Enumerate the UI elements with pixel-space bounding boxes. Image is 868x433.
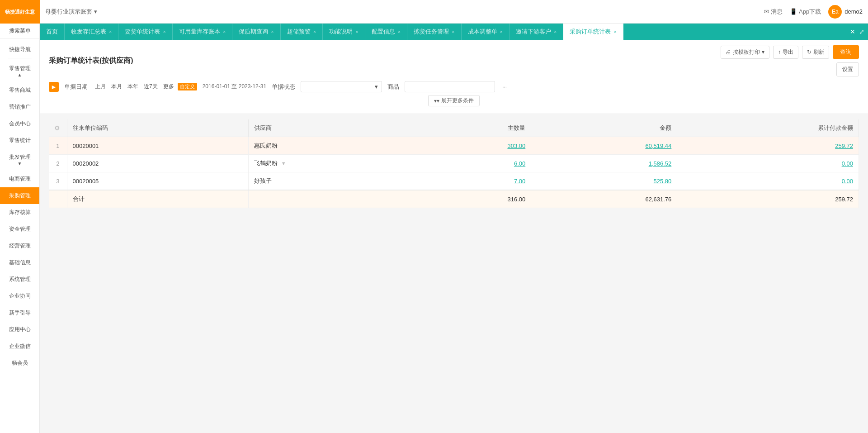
refresh-label: 刷新 (813, 48, 824, 56)
print-button[interactable]: 🖨 按模板打印 ▾ (721, 46, 769, 59)
sidebar-item-label: 新手引导 (9, 309, 31, 317)
expand-more-button[interactable]: ▾▾ 展开更多条件 (428, 95, 480, 106)
refresh-button[interactable]: ↻ 刷新 (802, 46, 829, 59)
tab-close-icon[interactable]: × (452, 29, 454, 34)
sidebar-item-marketing[interactable]: 营销推广 (0, 99, 39, 115)
sidebar-item-label: 零售商城 (9, 86, 31, 94)
tab-receive-summary[interactable]: 收发存汇总表 × (65, 24, 118, 40)
sidebar-item-operation[interactable]: 经营管理 (0, 238, 39, 254)
sidebar-item-label: 应用中心 (9, 326, 31, 333)
account-selector[interactable]: 母婴行业演示账套 ▾ (45, 8, 97, 16)
tab-close-icon[interactable]: × (613, 29, 616, 34)
tab-overstock-warning[interactable]: 超储预警 × (281, 24, 323, 40)
tab-close-icon[interactable]: × (271, 29, 274, 34)
tab-pick-task[interactable]: 拣货任务管理 × (407, 24, 461, 40)
date-custom-tag[interactable]: 自定义 (178, 83, 197, 90)
tab-feature-desc[interactable]: 功能说明 × (323, 24, 365, 40)
row-qty: 6.00 (417, 155, 531, 172)
date-shortcut-more[interactable]: 更多 (161, 82, 176, 91)
date-shortcut-7days[interactable]: 近7天 (142, 82, 160, 91)
sidebar-item-finance[interactable]: 资金管理 (0, 221, 39, 238)
tab-cost-adjust[interactable]: 成本调整单 × (462, 24, 509, 40)
chevron-down-icon: ▲ (18, 72, 22, 77)
goods-filter-label: 商品 (387, 83, 399, 91)
date-filter-label: 单据日期 (64, 83, 88, 91)
sidebar-item-enterprise[interactable]: 企业协同 (0, 288, 39, 305)
tab-close-icon[interactable]: × (313, 29, 316, 34)
close-tab-icon[interactable]: ✕ (850, 28, 855, 35)
more-filter-icon[interactable]: ··· (502, 84, 507, 90)
tab-invite-downstream[interactable]: 邀请下游客户 × (509, 24, 563, 40)
col-supplier: 供应商 (249, 119, 417, 137)
print-label: 按模板打印 (733, 48, 760, 56)
row-expand-icon[interactable]: ▼ (281, 161, 286, 166)
qty-link[interactable]: 303.00 (507, 143, 525, 149)
query-button[interactable]: 查询 (833, 45, 859, 59)
settings-button[interactable]: 设置 (836, 62, 859, 76)
tab-close-icon[interactable]: × (163, 29, 165, 34)
tab-close-icon[interactable]: × (355, 29, 358, 34)
sidebar-item-member-vip[interactable]: 畅会员 (0, 355, 39, 371)
tab-quality-query[interactable]: 保质期查询 × (232, 24, 280, 40)
table-container: ⚙ 往来单位编码 供应商 主数量 金额 累计付款金额 1 00020001 惠氏… (40, 114, 868, 433)
sidebar-item-ecommerce[interactable]: 电商管理 (0, 171, 39, 187)
sidebar-item-basic-info[interactable]: 基础信息 (0, 254, 39, 271)
divider-1 (8, 41, 31, 41)
amount-link[interactable]: 60,519.44 (645, 143, 671, 149)
qty-link[interactable]: 6.00 (514, 160, 525, 167)
goods-filter-input[interactable] (405, 81, 495, 92)
user-menu[interactable]: Ea demo2 (828, 5, 863, 19)
sidebar-item-wholesale[interactable]: 批发管理 ▼ (0, 149, 39, 171)
amount-link[interactable]: 525.80 (654, 178, 672, 185)
status-filter-select[interactable]: ▾ (301, 81, 382, 92)
maximize-tab-icon[interactable]: ⤢ (859, 28, 864, 35)
avatar: Ea (828, 5, 842, 19)
tab-inventory-ledger[interactable]: 可用量库存账本 × (173, 24, 232, 40)
sidebar-item-retail-shop[interactable]: 零售商城 (0, 82, 39, 99)
paid-link[interactable]: 0.00 (842, 178, 853, 185)
sidebar-item-label: 库存核算 (9, 209, 31, 216)
date-shortcut-last-month[interactable]: 上月 (93, 82, 108, 91)
sidebar-item-member[interactable]: 会员中心 (0, 115, 39, 132)
sidebar-item-wechat-work[interactable]: 企业微信 (0, 338, 39, 355)
page-header: 采购订单统计表(按供应商) 🖨 按模板打印 ▾ ↑ 导出 (40, 40, 868, 114)
tab-close-icon[interactable]: × (398, 29, 401, 34)
sidebar-item-stock[interactable]: 库存核算 (0, 204, 39, 221)
page-title-row: 采购订单统计表(按供应商) 🖨 按模板打印 ▾ ↑ 导出 (49, 45, 859, 76)
sidebar-item-label: 系统管理 (9, 276, 31, 283)
paid-link[interactable]: 259.72 (835, 143, 853, 149)
tab-close-icon[interactable]: × (223, 29, 226, 34)
tab-config[interactable]: 配置信息 × (365, 24, 407, 40)
tab-close-icon[interactable]: × (500, 29, 503, 34)
footer-paid: 259.72 (677, 190, 859, 208)
sidebar-item-purchase[interactable]: 采购管理 (0, 187, 39, 204)
sidebar-item-retail-mgmt[interactable]: 零售管理 ▲ (0, 60, 39, 82)
sidebar-item-label: 零售统计 (9, 137, 31, 144)
amount-link[interactable]: 1,586.52 (649, 160, 672, 167)
row-amount: 525.80 (531, 172, 677, 190)
column-settings-icon[interactable]: ⚙ (54, 124, 60, 132)
tab-home[interactable]: 首页 (40, 24, 65, 40)
sidebar-item-newbie[interactable]: 新手引导 (0, 305, 39, 321)
filter-expand-button[interactable]: ► (49, 82, 59, 92)
tab-label: 要货单统计表 (125, 28, 160, 36)
paid-link[interactable]: 0.00 (842, 160, 853, 167)
row-supplier: 飞鹤奶粉 ▼ (249, 155, 417, 172)
sidebar-item-app-center[interactable]: 应用中心 (0, 321, 39, 338)
message-button[interactable]: ✉ 消息 (764, 8, 783, 16)
tab-order-summary[interactable]: 要货单统计表 × (118, 24, 172, 40)
tab-close-icon[interactable]: × (109, 29, 112, 34)
date-shortcut-this-year[interactable]: 本年 (126, 82, 140, 91)
data-table: ⚙ 往来单位编码 供应商 主数量 金额 累计付款金额 1 00020001 惠氏… (49, 119, 859, 208)
export-button[interactable]: ↑ 导出 (773, 46, 798, 59)
sidebar-item-retail-stats[interactable]: 零售统计 (0, 132, 39, 149)
tab-purchase-order-stats[interactable]: 采购订单统计表 × (563, 24, 623, 40)
tab-close-icon[interactable]: × (554, 29, 557, 34)
sidebar-item-search[interactable]: 搜索菜单 (0, 24, 39, 39)
app-download-button[interactable]: 📱 App下载 (790, 8, 821, 16)
sidebar-item-sys-mgmt[interactable]: 系统管理 (0, 271, 39, 288)
qty-link[interactable]: 7.00 (514, 178, 525, 185)
tab-label: 首页 (46, 28, 58, 36)
date-shortcut-this-month[interactable]: 本月 (109, 82, 124, 91)
sidebar-item-quick-nav[interactable]: 快捷导航 (0, 43, 39, 56)
